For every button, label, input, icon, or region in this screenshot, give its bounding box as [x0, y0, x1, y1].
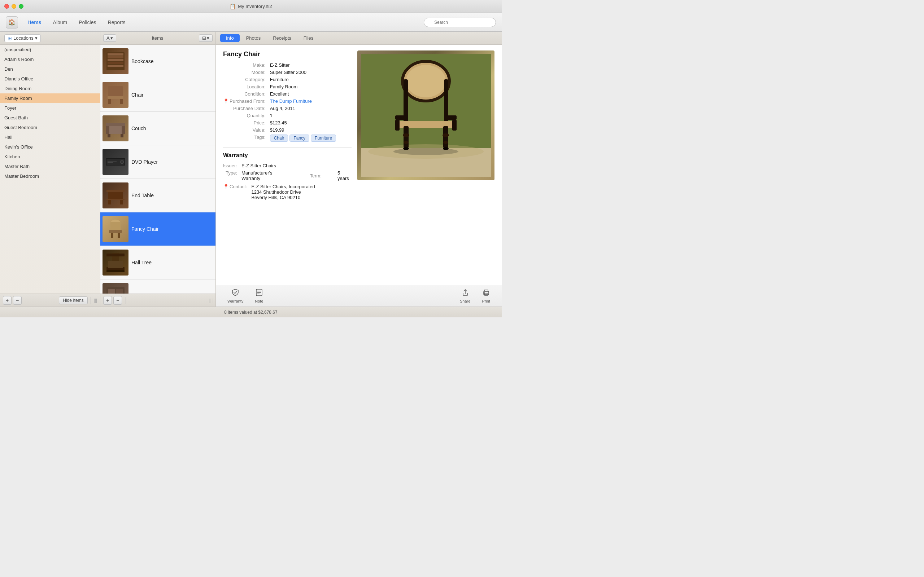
item-name-end-table: End Table [131, 193, 154, 198]
share-icon [461, 288, 469, 298]
sidebar-item-dining-room[interactable]: Dining Room [0, 84, 100, 93]
svg-rect-19 [108, 161, 116, 161]
item-row-end-table[interactable]: End Table [100, 179, 215, 213]
search-input[interactable] [424, 18, 496, 27]
main-container: ⊞ Locations ▾ (unspecified) Adam's Room … [0, 32, 502, 306]
sidebar-item-foyer[interactable]: Foyer [0, 103, 100, 113]
tab-photos[interactable]: Photos [241, 34, 267, 42]
purchased-from-value[interactable]: The Dump Furniture [270, 98, 352, 104]
nav-reports[interactable]: Reports [102, 18, 131, 27]
item-thumb-wall-art [102, 283, 129, 293]
svg-rect-38 [116, 289, 123, 293]
svg-rect-14 [108, 134, 110, 137]
svg-rect-8 [108, 99, 111, 104]
sidebar-remove-button[interactable]: − [13, 296, 22, 305]
model-label: Model: [223, 69, 267, 75]
warranty-action[interactable]: Warranty [221, 287, 249, 305]
item-row-hall-tree[interactable]: Hall Tree [100, 246, 215, 279]
item-row-couch[interactable]: Couch [100, 112, 215, 145]
svg-point-62 [393, 148, 459, 155]
nav-items[interactable]: Items [23, 18, 47, 27]
sidebar-add-button[interactable]: + [3, 296, 11, 305]
sidebar-header: ⊞ Locations ▾ [0, 32, 100, 45]
nav-policies[interactable]: Policies [73, 18, 102, 27]
svg-rect-3 [108, 59, 123, 61]
tag-furniture[interactable]: Furniture [311, 134, 336, 142]
svg-rect-28 [109, 230, 122, 233]
svg-point-45 [406, 65, 446, 97]
items-remove-button[interactable]: − [113, 296, 122, 305]
note-action[interactable]: Note [249, 287, 269, 305]
items-sort-button[interactable]: A ▾ [103, 34, 116, 42]
tab-receipts[interactable]: Receipts [267, 34, 297, 42]
maximize-button[interactable] [19, 4, 23, 9]
locations-button[interactable]: ⊞ Locations ▾ [4, 34, 41, 42]
nav-album[interactable]: Album [47, 18, 73, 27]
detail-right [357, 50, 494, 279]
contact-address: E-Z Sitter Chairs, Incorporated 1234 Shu… [251, 184, 352, 200]
item-row-wall-art[interactable]: Wall Art [100, 279, 215, 293]
contact-line3: Beverly Hills, CA 90210 [251, 195, 352, 200]
svg-rect-1 [108, 53, 123, 56]
sidebar-item-kevins-office[interactable]: Kevin's Office [0, 142, 100, 152]
term-label: Term: [310, 173, 323, 179]
svg-rect-2 [108, 56, 123, 58]
sidebar-item-den[interactable]: Den [0, 64, 100, 74]
sidebar-item-master-bedroom[interactable]: Master Bedroom [0, 171, 100, 181]
contact-label: 📍Contact: [223, 184, 248, 200]
view-icon: ⊞ [202, 35, 206, 41]
items-footer-divider [126, 297, 126, 304]
condition-value: Excellent [270, 91, 352, 97]
tab-files[interactable]: Files [298, 34, 319, 42]
item-row-bookcase[interactable]: Bookcase [100, 45, 215, 78]
item-row-chair[interactable]: Chair [100, 78, 215, 112]
print-action[interactable]: Print [476, 287, 496, 305]
tag-fancy[interactable]: Fancy [289, 134, 309, 142]
title-icon: 📋 [229, 3, 236, 10]
sidebar-item-guest-bedroom[interactable]: Guest Bedroom [0, 122, 100, 132]
minimize-button[interactable] [11, 4, 16, 9]
tag-chair[interactable]: Chair [270, 134, 288, 142]
sidebar-item-guest-bath[interactable]: Guest Bath [0, 113, 100, 122]
purchased-from-label: 📍Purchased From: [223, 98, 267, 104]
sidebar-item-master-bath[interactable]: Master Bath [0, 161, 100, 171]
window-controls [4, 4, 23, 9]
close-button[interactable] [4, 4, 9, 9]
svg-rect-24 [108, 200, 111, 205]
warranty-section: Warranty Issuer: E-Z Sitter Chairs Type:… [223, 148, 352, 200]
sidebar-item-hall[interactable]: Hall [0, 132, 100, 142]
items-view-button[interactable]: ⊞ ▾ [199, 34, 213, 42]
sidebar-item-dianes-office[interactable]: Diane's Office [0, 74, 100, 84]
svg-rect-12 [122, 125, 125, 134]
sidebar: ⊞ Locations ▾ (unspecified) Adam's Room … [0, 32, 100, 306]
warranty-title: Warranty [223, 148, 352, 159]
item-thumb-hall-tree [102, 250, 129, 276]
note-label: Note [255, 299, 263, 303]
item-row-fancy-chair[interactable]: Fancy Chair [100, 213, 215, 246]
price-value: $123.45 [270, 120, 352, 126]
sidebar-item-kitchen[interactable]: Kitchen [0, 152, 100, 161]
quantity-label: Quantity: [223, 113, 267, 118]
warranty-fields: Issuer: E-Z Sitter Chairs Type: Manufact… [223, 163, 352, 181]
home-button[interactable]: 🏠 [6, 16, 18, 29]
location-value: Family Room [270, 84, 352, 89]
tab-info[interactable]: Info [220, 34, 240, 42]
sidebar-item-unspecified[interactable]: (unspecified) [0, 45, 100, 55]
sidebar-item-adams-room[interactable]: Adam's Room [0, 55, 100, 64]
svg-rect-25 [120, 200, 123, 205]
item-row-dvd[interactable]: DVD Player [100, 145, 215, 179]
note-icon [255, 288, 263, 298]
items-add-button[interactable]: + [103, 296, 112, 305]
svg-rect-21 [107, 190, 124, 192]
svg-rect-37 [108, 289, 115, 293]
svg-rect-52 [395, 120, 399, 131]
window-title: 📋 My Inventory.hi2 [229, 3, 272, 10]
warranty-contact: 📍Contact: E-Z Sitter Chairs, Incorporate… [223, 184, 352, 200]
svg-rect-51 [446, 115, 457, 120]
share-action[interactable]: Share [454, 287, 476, 305]
hide-items-button[interactable]: Hide Items [59, 297, 87, 305]
svg-point-59 [443, 141, 448, 144]
detail-tabs: Info Photos Receipts Files [216, 32, 502, 45]
sidebar-item-family-room[interactable]: Family Room [0, 93, 100, 103]
item-thumb-chair [102, 82, 129, 108]
